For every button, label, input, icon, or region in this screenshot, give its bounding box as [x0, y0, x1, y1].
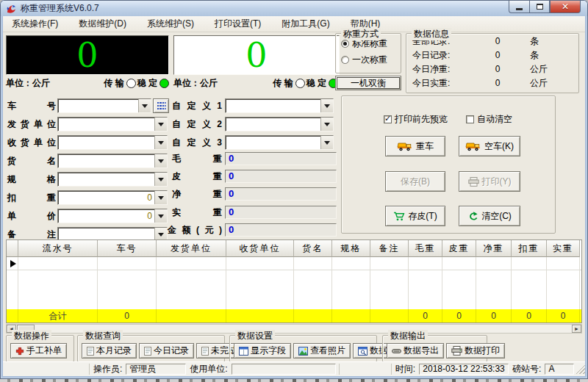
receiver-combo[interactable] — [57, 135, 168, 150]
gross-weight-field: 0 — [225, 152, 337, 165]
data-info-group: 数据信息 全部记录: 0 条 今日记录: 0 条 今日净重: 0 公斤 今日实重… — [406, 33, 579, 93]
checkbox-icon — [384, 115, 392, 123]
view-photo-button[interactable]: 查看照片 — [293, 343, 351, 358]
dropdown-arrow-icon[interactable] — [154, 173, 167, 186]
data-print-label: 数据打印 — [465, 345, 500, 357]
dropdown-arrow-icon[interactable] — [320, 136, 333, 149]
undo-arrow-icon — [467, 212, 478, 221]
month-records-label: 本月记录 — [96, 345, 132, 357]
col-net[interactable]: 净重 — [476, 240, 512, 257]
dropdown-arrow-icon[interactable] — [154, 191, 167, 204]
photo-icon — [298, 347, 308, 356]
dropdown-arrow-icon[interactable] — [154, 118, 167, 131]
manual-entry-button[interactable]: 手工补单 — [10, 343, 67, 358]
cart-icon — [393, 212, 405, 221]
dropdown-arrow-icon[interactable] — [320, 118, 333, 131]
total-truck-count: 0 — [98, 309, 157, 322]
menu-extra-tools[interactable]: 附加工具(G) — [277, 16, 334, 32]
store-tare-button[interactable]: 存皮(T) — [385, 206, 445, 226]
data-print-button[interactable]: 数据打印 — [446, 343, 505, 358]
menu-system-maintain[interactable]: 系统维护(S) — [143, 16, 198, 32]
info-unit: 公斤 — [530, 63, 565, 76]
data-settings-group: 数据设置 显示字段 查看照片 数据查询 — [229, 335, 377, 362]
weigh-mode-group: 称重方式 标准称重 一次称重 — [335, 33, 401, 73]
close-icon: ✕ — [562, 1, 569, 12]
unit-value: 公斤 — [200, 77, 218, 90]
col-goods[interactable]: 货名 — [294, 240, 332, 257]
col-gross[interactable]: 毛重 — [409, 240, 442, 257]
resize-grip[interactable] — [576, 364, 585, 374]
app-window: 称重管理系统V6.0.7 ✕ 系统操作(F) 数据维护(D) 系统维护(S) 打… — [0, 0, 588, 379]
col-receiver[interactable]: 收货单位 — [226, 240, 294, 257]
heavy-truck-button[interactable]: 重车 — [385, 136, 445, 156]
document-icon — [87, 347, 94, 356]
col-spec[interactable]: 规格 — [332, 240, 370, 257]
deduct-weight-combo[interactable]: 0 — [57, 190, 168, 205]
data-export-button[interactable]: 数据导出 — [387, 343, 444, 358]
dropdown-arrow-icon[interactable] — [154, 209, 167, 223]
group-title: 数据操作 — [12, 330, 51, 342]
weigh-mode-title: 称重方式 — [341, 28, 381, 40]
document-icon — [201, 347, 209, 356]
show-fields-button[interactable]: 显示字段 — [234, 343, 291, 358]
custom1-combo[interactable] — [225, 98, 334, 113]
info-label: 今日实重: — [412, 77, 465, 90]
label-sender: 发货单位 — [7, 117, 56, 131]
col-sender[interactable]: 发货单位 — [157, 240, 226, 257]
title-bar[interactable]: 称重管理系统V6.0.7 ✕ — [1, 1, 587, 16]
auto-clear-checkbox[interactable]: 自动清空 — [466, 113, 512, 126]
maximize-button[interactable] — [529, 1, 550, 13]
radio-icon — [341, 56, 349, 64]
truck-list-button[interactable] — [153, 98, 169, 113]
custom2-combo[interactable] — [225, 117, 334, 131]
dropdown-arrow-icon[interactable] — [138, 99, 151, 112]
col-serial[interactable]: 流水号 — [18, 240, 98, 257]
total-gross: 0 — [409, 309, 442, 322]
dropdown-arrow-icon[interactable] — [154, 154, 167, 167]
label-gross: 毛重 — [172, 151, 222, 166]
unit-price-combo[interactable]: 0 — [57, 209, 168, 223]
unit-value: 公斤 — [32, 77, 50, 90]
dropdown-arrow-icon[interactable] — [320, 99, 333, 112]
menu-data-maintain[interactable]: 数据维护(D) — [74, 16, 131, 32]
print-button[interactable]: 打印(Y) — [459, 171, 520, 192]
minimize-button[interactable] — [509, 1, 529, 13]
maximize-icon — [537, 4, 543, 10]
list-grid-icon — [157, 101, 166, 111]
clear-button[interactable]: 清空(C) — [459, 206, 520, 226]
table-body[interactable] — [7, 257, 581, 309]
window-fields-icon — [239, 347, 248, 356]
save-button[interactable]: 保存(B) — [385, 171, 445, 192]
radio-icon — [341, 40, 349, 48]
goods-combo[interactable] — [57, 154, 168, 168]
col-truck-no[interactable]: 车号 — [98, 240, 157, 257]
col-remark[interactable]: 备注 — [370, 240, 409, 257]
label-custom1: 自定义1 — [172, 98, 222, 113]
truck-no-combo[interactable] — [57, 98, 151, 113]
close-button[interactable]: ✕ — [550, 1, 581, 13]
today-records-button[interactable]: 今日记录 — [139, 343, 194, 358]
minimize-icon — [516, 8, 523, 10]
total-actual: 0 — [547, 309, 580, 322]
transfer-label: 传 输 — [104, 77, 123, 90]
custom3-combo[interactable] — [225, 135, 334, 150]
col-tare[interactable]: 皮重 — [442, 240, 476, 257]
spec-combo[interactable] — [57, 172, 168, 187]
empty-truck-button[interactable]: 空车(K) — [459, 136, 520, 156]
col-deduct[interactable]: 扣重 — [512, 240, 547, 257]
checkbox-icon — [466, 115, 474, 123]
radio-once-weigh[interactable]: 一次称重 — [341, 54, 401, 66]
preview-before-print-checkbox[interactable]: 打印前先预览 — [384, 113, 448, 126]
view-photo-label: 查看照片 — [310, 345, 345, 357]
label-goods: 货名 — [7, 154, 56, 168]
dropdown-arrow-icon[interactable] — [154, 136, 167, 149]
month-records-button[interactable]: 本月记录 — [82, 343, 137, 358]
truck-icon — [397, 141, 413, 151]
scroll-right-button[interactable]: ► — [572, 325, 581, 333]
menu-system[interactable]: 系统操作(F) — [7, 16, 62, 32]
net-weight-field: 0 — [225, 187, 337, 201]
sender-combo[interactable] — [57, 117, 168, 131]
col-actual[interactable]: 实重 — [547, 240, 580, 257]
dual-scale-button[interactable]: 一机双衡 — [335, 76, 401, 90]
menu-print-setup[interactable]: 打印设置(T) — [210, 16, 265, 32]
